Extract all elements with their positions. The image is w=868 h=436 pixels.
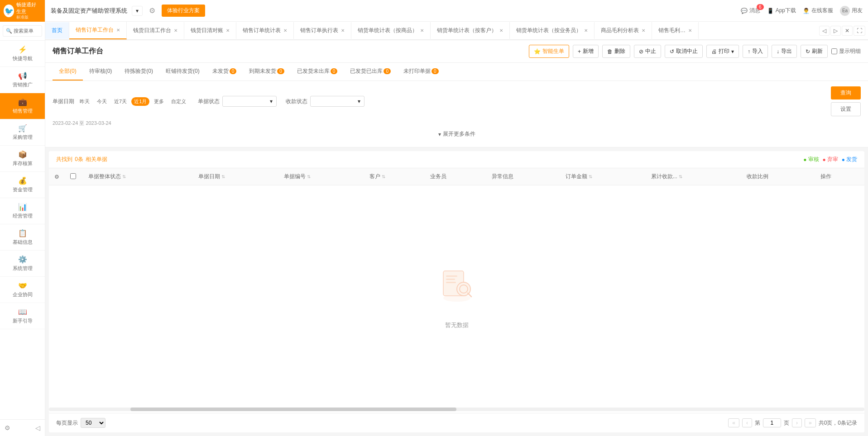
import-button[interactable]: ↑ 导入 — [743, 45, 768, 58]
sidebar-item-inventory[interactable]: 📦 库存核算 — [0, 146, 45, 172]
tab-nav-fullscreen-button[interactable]: ⛶ — [854, 26, 865, 36]
select-all-checkbox[interactable] — [70, 173, 76, 179]
sidebar-item-basic-info[interactable]: 📋 基础信息 — [0, 224, 45, 251]
search-menu-button[interactable]: 🔍 搜索菜单 — [3, 25, 42, 37]
tab-close-icon[interactable]: ✕ — [499, 28, 503, 33]
sidebar-item-enterprise[interactable]: 🤝 企业协同 — [0, 277, 45, 303]
tab-nav-right-button[interactable]: ▷ — [830, 26, 841, 36]
date-custom-button[interactable]: 自定义 — [168, 97, 189, 106]
sort-icon[interactable]: ⇅ — [122, 174, 126, 179]
audit-button[interactable]: ● 审核 — [803, 156, 819, 163]
app-download-button[interactable]: 📱 App下载 — [767, 7, 796, 14]
tab-gross-profit[interactable]: 商品毛利分析表 ✕ — [595, 22, 652, 39]
tab-close-icon[interactable]: ✕ — [642, 28, 645, 33]
sidebar-item-sales[interactable]: 💼 销售管理 — [0, 93, 45, 119]
status-select[interactable]: ▾ — [222, 96, 277, 107]
date-today-button[interactable]: 今天 — [94, 97, 110, 106]
next-page-button[interactable]: › — [792, 418, 802, 427]
tab-nav-close-button[interactable]: ✕ — [842, 26, 853, 36]
sidebar-item-system[interactable]: ⚙️ 系统管理 — [0, 251, 45, 277]
tab-close-icon[interactable]: ✕ — [584, 28, 588, 33]
add-label: 新增 — [583, 47, 594, 55]
set-button[interactable]: 设置 — [831, 102, 861, 116]
tab-home[interactable]: 首页 — [45, 22, 69, 39]
table-result-count: 共找到 0条 相关单据 — [56, 156, 107, 163]
tab-close-icon[interactable]: ✕ — [116, 28, 120, 33]
filter-tab-shipped-not-out[interactable]: 已发货未出库0 — [291, 63, 344, 81]
show-detail-checkbox[interactable] — [831, 48, 837, 54]
sort-icon[interactable]: ⇅ — [589, 174, 592, 179]
export-button[interactable]: ↓ 导出 — [772, 45, 797, 58]
tab-sales-exec[interactable]: 销售订单执行表 ✕ — [294, 22, 351, 39]
tab-daily-reconcile[interactable]: 钱货日清对账 ✕ — [184, 22, 236, 39]
stop-button[interactable]: ⊘ 中止 — [634, 45, 661, 58]
refresh-button[interactable]: ↻ 刷新 — [801, 45, 828, 58]
sort-icon[interactable]: ⇅ — [382, 174, 385, 179]
user-menu-button[interactable]: Ea 用友 — [840, 6, 863, 16]
settings-button[interactable]: ⚙ — [5, 424, 10, 431]
expand-more-button[interactable]: ▾ 展开更多条件 — [53, 127, 861, 142]
filter-tab-unshipped[interactable]: 未发货0 — [206, 63, 243, 81]
date-7days-button[interactable]: 近7天 — [111, 97, 129, 106]
query-button[interactable]: 查询 — [831, 86, 861, 100]
smart-order-button[interactable]: ⭐ 智能生单 — [529, 45, 569, 58]
message-button[interactable]: 💬 消息 6 — [741, 7, 760, 14]
industry-solution-button[interactable]: 体验行业方案 — [162, 5, 205, 17]
tab-sales-goods[interactable]: 销货单统计表（按商品） ✕ — [351, 22, 431, 39]
tab-sales-gross[interactable]: 销售毛利… ✕ — [652, 22, 699, 39]
page-size-select[interactable]: 10 20 50 100 — [81, 418, 106, 428]
ship-label: 发货 — [846, 156, 857, 163]
topbar-right: 💬 消息 6 📱 App下载 👨‍💼 在线客服 Ea 用友 — [741, 6, 863, 16]
prev-page-button[interactable]: ‹ — [742, 418, 752, 427]
ship-button[interactable]: ● 发货 — [842, 156, 857, 163]
sort-icon[interactable]: ⇅ — [307, 174, 311, 179]
show-detail-checkbox-label[interactable]: 显示明细 — [831, 47, 861, 55]
tab-close-icon[interactable]: ✕ — [174, 28, 177, 33]
date-yesterday-button[interactable]: 昨天 — [77, 97, 92, 106]
table-scrollbar[interactable] — [49, 406, 864, 413]
tab-sales-customer[interactable]: 销货单统计表（按客户） ✕ — [431, 22, 510, 39]
sort-icon[interactable]: ⇅ — [679, 174, 682, 179]
filter-tab-unprinted[interactable]: 未打印单据0 — [397, 63, 445, 81]
first-page-button[interactable]: « — [728, 418, 739, 427]
filter-tab-wangpu[interactable]: 旺铺待发货(0) — [159, 63, 206, 81]
tab-close-icon[interactable]: ✕ — [420, 28, 424, 33]
sidebar-item-quick-nav[interactable]: ⚡ 快捷导航 — [0, 41, 45, 67]
filter-tab-overdue-unshipped[interactable]: 到期未发货0 — [243, 63, 291, 81]
date-more-button[interactable]: 更多 — [151, 97, 167, 106]
tab-close-icon[interactable]: ✕ — [688, 28, 692, 33]
tab-nav-left-button[interactable]: ◁ — [819, 26, 830, 36]
online-service-button[interactable]: 👨‍💼 在线客服 — [803, 7, 833, 14]
sidebar-item-finance[interactable]: 💰 资金管理 — [0, 172, 45, 198]
tab-sales-order-workbench[interactable]: 销售订单工作台 ✕ — [69, 22, 127, 39]
system-dropdown-button[interactable]: ▾ — [132, 6, 143, 16]
filter-tab-pending-audit[interactable]: 待审核(0) — [83, 63, 119, 81]
tab-daily-clear[interactable]: 钱货日清工作台 ✕ — [127, 22, 184, 39]
filter-tab-shipped-out[interactable]: 已发货已出库0 — [344, 63, 397, 81]
collapse-button[interactable]: ◁ — [35, 424, 40, 431]
filter-tab-all[interactable]: 全部(0) — [53, 63, 83, 81]
sort-icon[interactable]: ⇅ — [221, 174, 225, 179]
sidebar-item-guide[interactable]: 📖 新手引导 — [0, 303, 45, 329]
tab-sales-staff[interactable]: 销货单统计表（按业务员） ✕ — [510, 22, 595, 39]
tab-sales-stats[interactable]: 销售订单统计表 ✕ — [236, 22, 294, 39]
cancel-stop-button[interactable]: ↺ 取消中止 — [665, 45, 703, 58]
print-button[interactable]: 🖨 打印 ▾ — [706, 45, 739, 58]
col-label: 异常信息 — [492, 173, 513, 180]
reject-button[interactable]: ● 弃审 — [823, 156, 838, 163]
tab-close-icon[interactable]: ✕ — [226, 28, 230, 33]
sidebar-item-management[interactable]: 📊 经营管理 — [0, 198, 45, 224]
page-number-input[interactable] — [763, 418, 781, 427]
topbar-settings-button[interactable]: ⚙ — [147, 5, 157, 17]
settings-col-icon[interactable]: ⚙ — [54, 174, 59, 180]
date-1month-button[interactable]: 近1月 — [131, 97, 149, 106]
payment-select[interactable]: ▾ — [310, 96, 364, 107]
tab-close-icon[interactable]: ✕ — [283, 28, 287, 33]
filter-tab-pending-check[interactable]: 待拣验货(0) — [118, 63, 159, 81]
tab-close-icon[interactable]: ✕ — [341, 28, 345, 33]
add-button[interactable]: + 新增 — [573, 45, 599, 58]
delete-button[interactable]: 🗑 删除 — [602, 45, 630, 58]
sidebar-item-purchase[interactable]: 🛒 采购管理 — [0, 119, 45, 146]
sidebar-item-marketing[interactable]: 📢 营销推广 — [0, 67, 45, 93]
last-page-button[interactable]: » — [805, 418, 816, 427]
